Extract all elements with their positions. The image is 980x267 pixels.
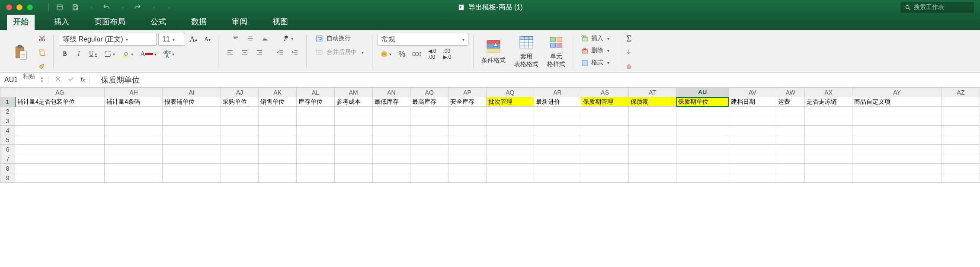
cell-AZ6[interactable]: [942, 145, 980, 154]
cell-AX1[interactable]: 是否走冻链: [805, 97, 852, 107]
cell-AH4[interactable]: [105, 126, 163, 135]
cell-AK8[interactable]: [259, 164, 297, 173]
italic-button[interactable]: I: [73, 48, 85, 60]
phonetic-button[interactable]: abcA: [161, 48, 177, 60]
col-header-AW[interactable]: AW: [776, 88, 805, 97]
underline-button[interactable]: U: [86, 48, 99, 60]
col-header-AL[interactable]: AL: [297, 88, 335, 97]
cell-AQ5[interactable]: [486, 135, 534, 145]
cell-AP3[interactable]: [448, 116, 487, 126]
increase-font-icon[interactable]: A▴: [187, 34, 200, 45]
cell-AO6[interactable]: [410, 145, 448, 154]
home-icon[interactable]: [53, 2, 66, 13]
cell-AX3[interactable]: [805, 116, 852, 126]
cell-AQ7[interactable]: [486, 154, 534, 164]
cell-AU6[interactable]: [676, 145, 729, 154]
percent-icon[interactable]: %: [396, 48, 408, 60]
cell-AX8[interactable]: [805, 164, 852, 173]
cell-AG9[interactable]: [15, 173, 105, 183]
cell-AG8[interactable]: [15, 164, 105, 173]
cell-AH6[interactable]: [105, 145, 163, 154]
cell-AP1[interactable]: 安全库存: [448, 97, 487, 107]
col-header-AY[interactable]: AY: [852, 88, 942, 97]
cell-AO8[interactable]: [410, 164, 448, 173]
conditional-format-button[interactable]: 条件格式: [479, 37, 508, 65]
cell-AO4[interactable]: [410, 126, 448, 135]
cell-AO5[interactable]: [410, 135, 448, 145]
cell-AG5[interactable]: [15, 135, 105, 145]
cell-AO2[interactable]: [410, 107, 448, 116]
comma-icon[interactable]: 000: [410, 48, 423, 60]
cell-AV9[interactable]: [729, 173, 776, 183]
save-dropdown[interactable]: [84, 2, 97, 13]
wrap-text-button[interactable]: 自动换行: [312, 33, 354, 44]
cell-AW7[interactable]: [776, 154, 805, 164]
col-header-AN[interactable]: AN: [372, 88, 410, 97]
cell-AS1[interactable]: 保质期管理: [581, 97, 629, 107]
cell-AZ1[interactable]: [942, 97, 980, 107]
minimize-window-icon[interactable]: [16, 4, 22, 10]
col-header-AU[interactable]: AU: [676, 88, 729, 97]
col-header-AI[interactable]: AI: [163, 88, 221, 97]
align-right-icon[interactable]: [253, 47, 266, 58]
cell-AW1[interactable]: 运费: [776, 97, 805, 107]
cell-AZ3[interactable]: [942, 116, 980, 126]
cell-AR8[interactable]: [534, 164, 581, 173]
cell-AO9[interactable]: [410, 173, 448, 183]
cell-AL2[interactable]: [297, 107, 335, 116]
cell-AJ4[interactable]: [221, 126, 259, 135]
col-header-AV[interactable]: AV: [729, 88, 776, 97]
col-header-AG[interactable]: AG: [15, 88, 105, 97]
cell-AN3[interactable]: [372, 116, 410, 126]
cell-AY2[interactable]: [852, 107, 942, 116]
cell-AK4[interactable]: [259, 126, 297, 135]
cell-AJ9[interactable]: [221, 173, 259, 183]
cell-AL9[interactable]: [297, 173, 335, 183]
cell-AS6[interactable]: [581, 145, 629, 154]
cell-AI8[interactable]: [163, 164, 221, 173]
cell-styles-button[interactable]: 单元 格样式: [544, 33, 568, 69]
cell-AJ7[interactable]: [221, 154, 259, 164]
cell-AL7[interactable]: [297, 154, 335, 164]
cell-AW6[interactable]: [776, 145, 805, 154]
cell-AW5[interactable]: [776, 135, 805, 145]
cell-AU5[interactable]: [676, 135, 729, 145]
increase-indent-icon[interactable]: [288, 47, 301, 58]
cell-AJ8[interactable]: [221, 164, 259, 173]
row-header-8[interactable]: 8: [0, 164, 15, 173]
cell-AV4[interactable]: [729, 126, 776, 135]
col-header-AR[interactable]: AR: [534, 88, 581, 97]
cell-AS5[interactable]: [581, 135, 629, 145]
font-size-select[interactable]: 11▾: [158, 33, 185, 46]
sheet-search[interactable]: 搜索工作表: [900, 2, 974, 13]
cell-AN8[interactable]: [372, 164, 410, 173]
cell-AJ3[interactable]: [221, 116, 259, 126]
cell-AL1[interactable]: 库存单位: [297, 97, 335, 107]
spreadsheet-grid[interactable]: AGAHAIAJAKALAMANAOAPAQARASATAUAVAWAXAYAZ…: [0, 87, 980, 183]
cell-AH7[interactable]: [105, 154, 163, 164]
fullscreen-window-icon[interactable]: [27, 4, 33, 10]
cell-AY7[interactable]: [852, 154, 942, 164]
paste-button[interactable]: [10, 43, 32, 62]
cell-AY9[interactable]: [852, 173, 942, 183]
cell-AU4[interactable]: [676, 126, 729, 135]
cell-AT2[interactable]: [629, 107, 676, 116]
tab-formulas[interactable]: 公式: [144, 14, 172, 30]
cell-AV1[interactable]: 建档日期: [729, 97, 776, 107]
cell-AU3[interactable]: [676, 116, 729, 126]
cell-AP9[interactable]: [448, 173, 487, 183]
cell-AI6[interactable]: [163, 145, 221, 154]
enter-formula-icon[interactable]: [67, 76, 74, 84]
cell-AH9[interactable]: [105, 173, 163, 183]
col-header-AQ[interactable]: AQ: [486, 88, 534, 97]
cell-AI5[interactable]: [163, 135, 221, 145]
cell-AI2[interactable]: [163, 107, 221, 116]
cell-AK5[interactable]: [259, 135, 297, 145]
cell-AH5[interactable]: [105, 135, 163, 145]
increase-decimal-icon[interactable]: ◀.0.00: [426, 48, 439, 60]
fill-color-button[interactable]: [119, 48, 136, 60]
cell-AL6[interactable]: [297, 145, 335, 154]
col-header-AP[interactable]: AP: [448, 88, 487, 97]
cell-AR6[interactable]: [534, 145, 581, 154]
fill-icon[interactable]: [622, 47, 635, 58]
